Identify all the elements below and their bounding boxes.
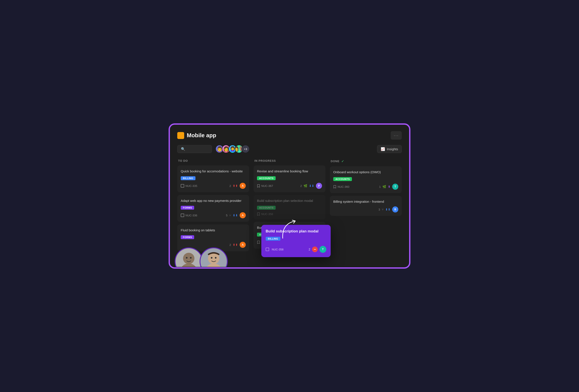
more-button[interactable]: ··· [391,131,402,140]
card-meta: 1 🌿 ⬆ T [379,184,398,190]
card-title: Revise and streamline booking flow [257,169,322,173]
card-meta: 3 ⑂ ⬇⬇ B [378,206,398,213]
card-meta: 2 ⬆⬆ A [229,183,246,189]
svg-point-9 [215,257,217,259]
bookmark-icon [257,184,260,188]
priority-low-icon: ⬇⬇ [233,214,238,217]
header-left: Mobile app [177,132,216,139]
card-id: NUC-336 [181,214,197,217]
count: 3 [378,208,380,211]
minus-icon: − [312,246,318,252]
search-box[interactable]: 🔍 [177,145,212,153]
popup-tag-billing: BILLING [266,237,280,241]
svg-point-8 [211,257,213,259]
tree-icon: 🌿 [304,184,307,188]
done-check-icon: ✓ [341,159,344,163]
bottom-avatar-1 [175,247,203,267]
card-tag-forms: FORMS [181,206,194,210]
card-meta: 2 ⬆⬆ A [229,242,246,248]
priority-icon: ⬆ [388,185,390,188]
card-footer: NUC-336 5 ⑂ ⬇⬇ A [181,212,246,218]
ticket-icon [181,184,184,188]
card-title: Build subscription plan selection modal [257,198,322,203]
search-icon: 🔍 [181,147,185,151]
column-header-done: DONE ✓ [330,159,402,163]
card-footer: NUC-367 2 🌿 ⬇⬇ P [257,183,322,189]
bookmark-icon [333,185,336,188]
app-wrapper: Mobile app ··· 🔍 👨 👩 👩‍🦱 [170,125,409,267]
app-icon [177,132,184,139]
count: 2 [229,243,231,246]
card-tag-forms: FORMS [181,235,194,239]
app-container: Mobile app ··· 🔍 👨 👩 👩‍🦱 [170,125,409,267]
card-billing-integration[interactable]: Billing system integration - frontend 3 … [330,196,402,216]
card-footer: 2 ⬆⬆ A [181,242,246,248]
app-title: Mobile app [187,132,216,139]
avatar-extra[interactable]: +3 [241,145,250,153]
card-tag-accounts: ACCOUNTS [257,176,276,180]
bookmark-icon [257,240,260,244]
card-nuc360[interactable]: Onboard workout options (OWO) ACCOUNTS N… [330,166,402,193]
column-title-inprogress: IN PROGRESS [254,159,276,162]
card-footer: NUC-360 1 🌿 ⬆ T [333,184,398,190]
count: 2 [300,184,302,188]
card-title: Onboard workout options (OWO) [333,170,398,174]
card-nuc335[interactable]: Quick booking for accomodations - websit… [177,165,249,192]
ticket-number: NUC-360 [338,185,349,188]
card-footer: 3 ⑂ ⬇⬇ B [333,206,398,213]
svg-point-1 [183,253,195,264]
card-title: Adapt web app no new payments provider [181,198,246,203]
card-footer: NUC-335 2 ⬆⬆ A [181,183,246,189]
card-tag-accounts: ACCOUNTS [333,177,352,181]
toolbar-left: 🔍 👨 👩 👩‍🦱 👩‍🦫 +3 [177,145,250,153]
column-title-todo: TO DO [178,159,188,162]
card-title: Quick booking for accomodations - websit… [181,169,246,173]
card-nuc358-bg: Build subscription plan selection modal … [254,195,325,219]
bottom-avatar-2 [200,247,228,267]
ticket-number: NUC-367 [261,184,273,188]
assignee-avatar: A [240,212,246,218]
popup-ticket-id: NUC-358 [266,248,284,251]
ticket-number: NUC-335 [186,184,197,188]
popup-assignee-avatar: T [319,246,326,253]
popup-ticket-number: NUC-358 [272,248,284,251]
column-todo: TO DO Quick booking for accomodations - … [177,159,249,254]
insights-button[interactable]: 📈 Insights [377,145,402,153]
popup-ticket-icon [266,248,269,251]
card-title: Billing system integration - frontend [333,199,398,204]
svg-point-3 [186,257,188,259]
branch-icon: ⑂ [229,214,231,217]
bottom-avatars [175,247,228,267]
column-header-todo: TO DO [177,159,249,162]
count: 2 [229,184,231,188]
count: 1 [379,185,381,188]
tree-icon: 🌿 [382,185,386,188]
priority-low-icon: ⬇⬇ [385,208,390,211]
team-avatars: 👨 👩 👩‍🦱 👩‍🦫 +3 [216,145,250,153]
ticket-number: NUC-336 [186,214,197,217]
card-footer: NUC-358 [257,212,322,216]
column-title-done: DONE [331,159,340,163]
bookmark-icon [257,212,260,216]
card-nuc336[interactable]: Adapt web app no new payments provider F… [177,195,249,222]
popup-card-footer: NUC-358 2 − T [266,246,326,253]
card-tag-billing: BILLING [181,176,196,180]
card-meta: 5 ⑂ ⬇⬇ A [226,212,246,218]
card-meta: 2 🌿 ⬇⬇ P [300,183,322,189]
popup-meta: 2 − T [309,246,326,253]
header: Mobile app ··· [177,131,402,140]
ticket-number: NUC-358 [261,213,273,216]
column-header-inprogress: IN PROGRESS [254,159,325,162]
assignee-avatar: A [240,183,246,189]
ticket-icon [181,214,184,217]
card-nuc367[interactable]: Revise and streamline booking flow ACCOU… [254,165,325,192]
priority-high-icon: ⬆⬆ [233,184,238,188]
insights-icon: 📈 [381,147,385,151]
card-id: NUC-335 [181,184,197,188]
card-id: NUC-360 [333,185,349,188]
svg-point-4 [190,257,192,259]
priority-low-icon: ⬇⬇ [309,184,314,188]
popup-count: 2 [309,248,310,251]
assignee-avatar: T [392,184,398,190]
count: 5 [226,214,227,217]
